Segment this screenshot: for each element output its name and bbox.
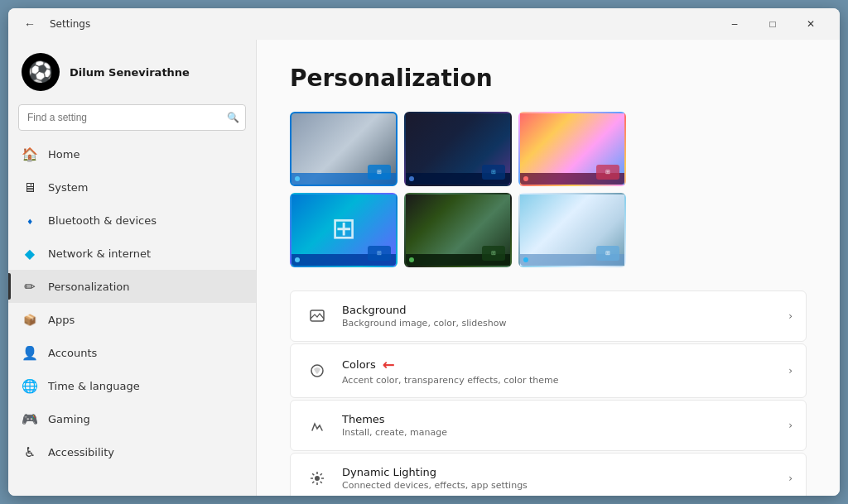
settings-item-background[interactable]: Background Background image, color, slid… bbox=[290, 290, 807, 342]
time-icon: 🌐 bbox=[22, 377, 38, 394]
colors-arrow-indicator: ← bbox=[383, 356, 395, 373]
background-chevron: › bbox=[788, 310, 793, 322]
sidebar: ⚽ Dilum Senevirathne 🔍 🏠 Home 🖥 System bbox=[8, 40, 257, 496]
settings-item-dynamic-lighting-title: Dynamic Lighting bbox=[342, 466, 777, 478]
avatar: ⚽ bbox=[22, 53, 60, 91]
theme-overlay-5: ⊞ bbox=[482, 246, 505, 261]
settings-item-dynamic-lighting-text: Dynamic Lighting Connected devices, effe… bbox=[342, 466, 777, 491]
sidebar-nav: 🏠 Home 🖥 System ⬧ Bluetooth & devices ◆ … bbox=[8, 137, 256, 468]
sidebar-item-gaming[interactable]: 🎮 Gaming bbox=[8, 402, 256, 435]
svg-line-7 bbox=[312, 473, 314, 475]
sidebar-item-system[interactable]: 🖥 System bbox=[8, 170, 256, 204]
theme-overlay-6: ⊞ bbox=[596, 246, 619, 261]
minimize-button[interactable]: – bbox=[716, 8, 754, 40]
titlebar-left: ← Settings bbox=[18, 12, 716, 36]
bluetooth-icon: ⬧ bbox=[22, 212, 38, 228]
accessibility-icon: ♿ bbox=[22, 444, 38, 460]
settings-item-themes-text: Themes Install, create, manage bbox=[342, 413, 777, 438]
themes-icon bbox=[304, 412, 330, 439]
settings-item-dynamic-lighting-desc: Connected devices, effects, app settings bbox=[342, 480, 777, 491]
apps-icon: 📦 bbox=[22, 311, 38, 328]
user-section: ⚽ Dilum Senevirathne bbox=[8, 40, 256, 101]
theme-card-1[interactable]: ⊞ bbox=[290, 112, 398, 186]
main-content: Personalization ⊞ ⊞ bbox=[257, 40, 840, 496]
close-button[interactable]: ✕ bbox=[792, 8, 830, 40]
dynamic-lighting-chevron: › bbox=[788, 473, 793, 484]
settings-item-colors-text: Colors ← Accent color, transparency effe… bbox=[342, 356, 777, 386]
search-icon: 🔍 bbox=[227, 112, 239, 123]
titlebar: ← Settings – □ ✕ bbox=[8, 8, 840, 40]
theme-card-4[interactable]: ⊞ ⊞ bbox=[290, 193, 398, 267]
settings-item-background-title: Background bbox=[342, 304, 777, 316]
colors-icon bbox=[304, 358, 330, 384]
theme-overlay-2: ⊞ bbox=[482, 165, 505, 180]
content-area: ⚽ Dilum Senevirathne 🔍 🏠 Home 🖥 System bbox=[8, 40, 840, 496]
svg-line-8 bbox=[320, 482, 322, 483]
settings-list: Background Background image, color, slid… bbox=[290, 290, 807, 496]
sidebar-label-home: Home bbox=[48, 148, 80, 161]
theme-overlay-4: ⊞ bbox=[368, 246, 391, 261]
settings-item-themes-desc: Install, create, manage bbox=[342, 427, 777, 438]
sidebar-item-accessibility[interactable]: ♿ Accessibility bbox=[8, 435, 256, 468]
sidebar-item-bluetooth[interactable]: ⬧ Bluetooth & devices bbox=[8, 204, 256, 237]
settings-item-colors[interactable]: Colors ← Accent color, transparency effe… bbox=[290, 343, 807, 398]
sidebar-item-time[interactable]: 🌐 Time & language bbox=[8, 369, 256, 402]
theme-card-5[interactable]: ⊞ bbox=[404, 193, 512, 267]
sidebar-item-apps[interactable]: 📦 Apps bbox=[8, 303, 256, 336]
sidebar-label-accounts: Accounts bbox=[48, 347, 97, 359]
back-button[interactable]: ← bbox=[18, 12, 41, 36]
sidebar-item-personalization[interactable]: ✏️ Personalization bbox=[8, 270, 256, 303]
sidebar-label-bluetooth: Bluetooth & devices bbox=[48, 214, 157, 227]
svg-line-10 bbox=[312, 482, 314, 483]
search-box: 🔍 bbox=[18, 104, 246, 131]
sidebar-item-accounts[interactable]: 👤 Accounts bbox=[8, 336, 256, 369]
theme-card-3[interactable]: ⊞ bbox=[518, 112, 626, 186]
network-icon: ◆ bbox=[22, 245, 38, 262]
window-controls: – □ ✕ bbox=[716, 8, 830, 40]
sidebar-label-system: System bbox=[48, 181, 88, 194]
theme-card-6[interactable]: ⊞ bbox=[518, 193, 626, 267]
settings-item-colors-desc: Accent color, transparency effects, colo… bbox=[342, 375, 777, 386]
sidebar-label-gaming: Gaming bbox=[48, 413, 90, 425]
sidebar-label-personalization: Personalization bbox=[48, 281, 130, 293]
settings-item-background-desc: Background image, color, slideshow bbox=[342, 318, 777, 329]
maximize-button[interactable]: □ bbox=[754, 8, 792, 40]
themes-chevron: › bbox=[788, 420, 793, 431]
sidebar-label-accessibility: Accessibility bbox=[48, 446, 114, 458]
theme-overlay-3: ⊞ bbox=[596, 165, 619, 180]
settings-item-themes[interactable]: Themes Install, create, manage › bbox=[290, 400, 807, 451]
system-icon: 🖥 bbox=[22, 179, 38, 195]
dynamic-lighting-icon bbox=[304, 465, 330, 492]
personalization-icon: ✏️ bbox=[22, 278, 38, 295]
sidebar-label-apps: Apps bbox=[48, 314, 75, 326]
settings-window: ← Settings – □ ✕ ⚽ Dilum Senevirathne 🔍 bbox=[8, 8, 840, 496]
window-title: Settings bbox=[50, 18, 90, 30]
svg-line-9 bbox=[320, 473, 322, 475]
svg-point-2 bbox=[315, 476, 320, 481]
home-icon: 🏠 bbox=[22, 146, 38, 162]
search-input[interactable] bbox=[18, 104, 246, 131]
settings-item-themes-title: Themes bbox=[342, 413, 777, 425]
theme-overlay-1: ⊞ bbox=[368, 165, 391, 180]
themes-grid: ⊞ ⊞ ⊞ ⊞ bbox=[290, 112, 807, 267]
settings-item-background-text: Background Background image, color, slid… bbox=[342, 304, 777, 329]
accounts-icon: 👤 bbox=[22, 344, 38, 361]
sidebar-label-network: Network & internet bbox=[48, 247, 151, 260]
sidebar-item-home[interactable]: 🏠 Home bbox=[8, 137, 256, 170]
gaming-icon: 🎮 bbox=[22, 410, 38, 427]
user-name: Dilum Senevirathne bbox=[70, 66, 190, 79]
colors-chevron: › bbox=[788, 365, 793, 377]
settings-item-colors-title: Colors bbox=[342, 358, 376, 371]
page-title: Personalization bbox=[290, 65, 807, 92]
sidebar-item-network[interactable]: ◆ Network & internet bbox=[8, 237, 256, 270]
background-icon bbox=[304, 303, 330, 329]
theme-card-2[interactable]: ⊞ bbox=[404, 112, 512, 186]
sidebar-label-time: Time & language bbox=[48, 380, 140, 392]
settings-item-dynamic-lighting[interactable]: Dynamic Lighting Connected devices, effe… bbox=[290, 453, 807, 496]
